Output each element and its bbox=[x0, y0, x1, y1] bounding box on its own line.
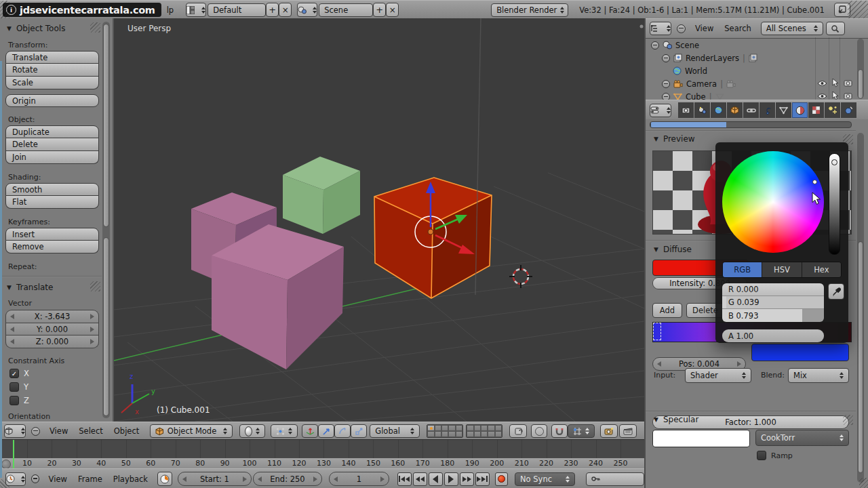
layer-cell[interactable] bbox=[467, 431, 473, 437]
render-animation-button[interactable] bbox=[619, 424, 637, 438]
editor-type-button[interactable] bbox=[650, 104, 671, 117]
expand-icon[interactable] bbox=[662, 80, 670, 88]
tab-render[interactable] bbox=[678, 102, 694, 118]
green-cube[interactable] bbox=[283, 157, 360, 234]
layer-cell[interactable] bbox=[448, 425, 455, 431]
select-menu[interactable]: Select bbox=[73, 426, 108, 436]
frame-menu[interactable]: Frame bbox=[73, 474, 108, 484]
editor-type-button[interactable] bbox=[4, 424, 26, 438]
tab-scene[interactable] bbox=[694, 102, 710, 118]
layer-cell[interactable] bbox=[435, 425, 441, 431]
timeline-ruler[interactable]: 1020304050607080901001101201301401501601… bbox=[0, 458, 644, 468]
layer-cell[interactable] bbox=[474, 431, 481, 437]
timeline-area[interactable] bbox=[0, 439, 644, 458]
specular-panel-header[interactable]: ▼Specular bbox=[654, 415, 698, 424]
layout-add-button[interactable]: + bbox=[266, 3, 279, 17]
view-menu[interactable]: View bbox=[44, 426, 73, 436]
constraint-x-checkbox[interactable]: ✓X bbox=[9, 369, 29, 378]
scrollbar-thumb[interactable] bbox=[858, 241, 863, 473]
sync-mode-select[interactable]: No Sync bbox=[515, 472, 575, 486]
jump-to-end-button[interactable] bbox=[475, 472, 490, 486]
layer-cell[interactable] bbox=[495, 425, 502, 431]
search-button[interactable] bbox=[826, 22, 845, 35]
value-slider-marker[interactable] bbox=[831, 159, 837, 165]
layer-cell[interactable] bbox=[488, 431, 494, 437]
red-slider[interactable]: R 0.000 bbox=[722, 283, 824, 296]
red-cube-selected[interactable] bbox=[374, 178, 492, 298]
ramp-stop-selected[interactable] bbox=[653, 323, 661, 340]
ramp-blend-select[interactable]: Mix bbox=[788, 368, 849, 383]
proportional-edit-button[interactable] bbox=[531, 424, 547, 438]
layer-cell[interactable] bbox=[495, 431, 502, 437]
collapse-menus-button[interactable] bbox=[31, 427, 40, 436]
expand-icon[interactable] bbox=[651, 41, 659, 49]
jump-to-start-button[interactable] bbox=[397, 472, 412, 486]
preview-panel-header[interactable]: ▼Preview bbox=[654, 134, 695, 144]
toolshelf-scrollbar[interactable] bbox=[102, 22, 110, 418]
visibility-eye-icon[interactable] bbox=[817, 80, 827, 87]
scrollbar-thumb[interactable] bbox=[103, 237, 109, 416]
layer-cell[interactable] bbox=[427, 431, 434, 437]
constraint-z-checkbox[interactable]: Z bbox=[9, 396, 29, 405]
scene-name-field[interactable]: Scene bbox=[319, 3, 373, 17]
panel-grip[interactable] bbox=[90, 281, 100, 291]
display-filter-select[interactable]: All Scenes bbox=[761, 22, 823, 35]
scene-browse-button[interactable] bbox=[297, 3, 317, 17]
layer-cell[interactable] bbox=[474, 425, 481, 431]
remove-keyframe-button[interactable]: Remove bbox=[5, 241, 99, 253]
manipulator-translate-button[interactable] bbox=[318, 424, 334, 438]
record-button[interactable] bbox=[495, 472, 508, 486]
pivot-point-select[interactable] bbox=[271, 424, 298, 438]
value-slider[interactable] bbox=[829, 153, 840, 255]
vector-y-field[interactable]: Y: 0.000 bbox=[5, 323, 99, 336]
lock-to-scene-button[interactable] bbox=[509, 424, 527, 438]
vector-x-field[interactable]: X: -3.643 bbox=[5, 310, 99, 323]
play-reverse-button[interactable] bbox=[429, 472, 443, 486]
outliner-row-renderlayers[interactable]: RenderLayers | bbox=[662, 52, 854, 64]
tab-constraints[interactable] bbox=[743, 102, 759, 118]
translate-button[interactable]: Translate bbox=[5, 51, 99, 64]
current-frame-field[interactable]: 1 bbox=[329, 472, 389, 486]
play-button[interactable] bbox=[444, 472, 458, 486]
ramp-input-select[interactable]: Shader bbox=[685, 368, 751, 383]
outliner-scrollbar[interactable] bbox=[857, 39, 864, 98]
smooth-button[interactable]: Smooth bbox=[5, 183, 99, 196]
prev-keyframe-button[interactable] bbox=[413, 472, 427, 486]
frame-start-field[interactable]: Start: 1 bbox=[178, 472, 251, 486]
keying-set-field[interactable] bbox=[586, 472, 644, 486]
object-tools-panel-header[interactable]: ▼Object Tools bbox=[7, 24, 65, 33]
next-keyframe-button[interactable] bbox=[460, 472, 474, 486]
current-frame-line[interactable] bbox=[13, 440, 14, 468]
duplicate-button[interactable]: Duplicate bbox=[5, 125, 99, 138]
scrollbar-thumb[interactable] bbox=[103, 24, 109, 227]
renderability-camera-icon[interactable] bbox=[844, 79, 853, 87]
tab-data[interactable] bbox=[776, 102, 791, 118]
collapse-menus-button[interactable] bbox=[31, 474, 39, 483]
viewport-shading-select[interactable] bbox=[239, 424, 265, 438]
layer-cell[interactable] bbox=[427, 425, 434, 431]
tab-particles[interactable] bbox=[825, 102, 840, 118]
tab-hsv[interactable]: HSV bbox=[762, 262, 802, 277]
specular-color-swatch[interactable] bbox=[652, 430, 750, 447]
panel-grip[interactable] bbox=[843, 415, 853, 425]
vector-z-field[interactable]: Z: 0.000 bbox=[5, 336, 99, 348]
scene-close-button[interactable]: × bbox=[386, 3, 399, 17]
rotate-button[interactable]: Rotate bbox=[5, 64, 99, 77]
menu-help-remnant[interactable]: lp bbox=[161, 5, 180, 15]
pink-cube-front[interactable] bbox=[212, 224, 344, 369]
tab-rgb[interactable]: RGB bbox=[723, 262, 762, 277]
snap-toggle-button[interactable] bbox=[551, 424, 568, 438]
constraint-y-checkbox[interactable]: Y bbox=[9, 382, 28, 392]
wheel-marker[interactable] bbox=[812, 180, 817, 184]
tab-world[interactable] bbox=[711, 102, 726, 118]
flat-button[interactable]: Flat bbox=[5, 196, 99, 209]
screen-layout-browse-button[interactable] bbox=[186, 3, 206, 17]
frame-end-field[interactable]: End: 250 bbox=[253, 472, 323, 486]
delete-button[interactable]: Delete bbox=[5, 138, 99, 151]
eyedropper-button[interactable] bbox=[828, 283, 844, 300]
view-menu[interactable]: View bbox=[690, 24, 719, 33]
layer-cell[interactable] bbox=[441, 431, 448, 437]
tab-object[interactable] bbox=[727, 102, 743, 118]
tab-hex[interactable]: Hex bbox=[802, 262, 841, 277]
snap-element-select[interactable] bbox=[568, 424, 595, 438]
